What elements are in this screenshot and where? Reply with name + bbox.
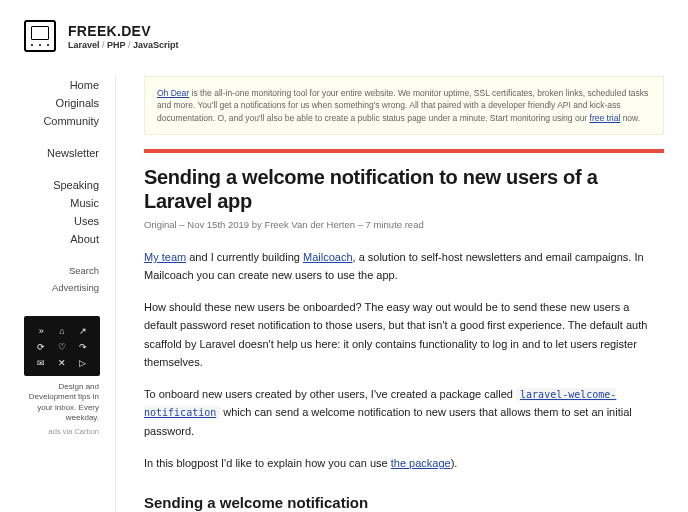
sidebar: Home Originals Community Newsletter Spea…	[24, 76, 116, 512]
nav-home[interactable]: Home	[24, 76, 99, 94]
nav-speaking[interactable]: Speaking	[24, 176, 99, 194]
link-the-package[interactable]: the package	[391, 457, 451, 469]
nav-uses[interactable]: Uses	[24, 212, 99, 230]
site-subtitle: Laravel / PHP / JavaScript	[68, 40, 179, 50]
section-heading: Sending a welcome notification	[144, 494, 664, 511]
promo-link-ohdear[interactable]: Oh Dear	[157, 88, 189, 98]
site-header: FREEK.DEV Laravel / PHP / JavaScript	[24, 20, 664, 52]
paragraph: In this blogpost I'd like to explain how…	[144, 454, 664, 472]
main-content: Oh Dear is the all-in-one monitoring too…	[144, 76, 664, 512]
nav-about[interactable]: About	[24, 230, 99, 248]
paragraph: To onboard new users created by other us…	[144, 385, 664, 440]
nav-advertising[interactable]: Advertising	[24, 279, 99, 296]
nav-newsletter[interactable]: Newsletter	[24, 144, 99, 162]
link-mailcoach[interactable]: Mailcoach	[303, 251, 353, 263]
article-title: Sending a welcome notification to new us…	[144, 165, 664, 213]
carbon-via: ads via Carbon	[24, 427, 99, 436]
nav-music[interactable]: Music	[24, 194, 99, 212]
logo-icon[interactable]	[24, 20, 56, 52]
promo-banner: Oh Dear is the all-in-one monitoring too…	[144, 76, 664, 135]
link-my-team[interactable]: My team	[144, 251, 186, 263]
divider-red	[144, 149, 664, 153]
carbon-text: Design and Development tips in your inbo…	[24, 382, 99, 424]
paragraph: How should these new users be onboarded?…	[144, 298, 664, 371]
nav-originals[interactable]: Originals	[24, 94, 99, 112]
promo-link-trial[interactable]: free trial	[590, 113, 621, 123]
paragraph: My team and I currently building Mailcoa…	[144, 248, 664, 284]
nav-search[interactable]: Search	[24, 262, 99, 279]
site-title[interactable]: FREEK.DEV	[68, 23, 179, 39]
nav-community[interactable]: Community	[24, 112, 99, 130]
article-meta: Original – Nov 15th 2019 by Freek Van de…	[144, 219, 664, 230]
carbon-image: »⌂↗ ⟳♡↷ ✉✕▷	[24, 316, 100, 376]
carbon-ad[interactable]: »⌂↗ ⟳♡↷ ✉✕▷ Design and Development tips …	[24, 316, 99, 436]
